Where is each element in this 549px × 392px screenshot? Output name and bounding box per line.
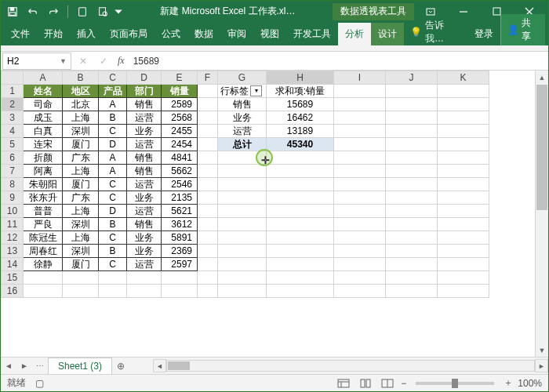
data-cell[interactable]: C [99, 258, 127, 271]
row-header[interactable]: 6 [2, 151, 24, 165]
data-cell[interactable]: 厦门 [63, 258, 99, 271]
row-header[interactable]: 3 [2, 111, 24, 125]
select-all[interactable] [2, 71, 24, 85]
add-sheet-button[interactable]: ⊕ [112, 361, 129, 372]
empty-cell[interactable] [99, 285, 127, 298]
row-header[interactable]: 14 [2, 258, 24, 271]
name-box[interactable]: H2▼ [2, 53, 71, 70]
cancel-formula-icon[interactable]: ✕ [73, 53, 93, 70]
data-cell[interactable]: 4841 [162, 151, 198, 165]
data-cell[interactable]: 厦门 [63, 178, 99, 191]
col-header[interactable]: A [24, 71, 63, 85]
data-cell[interactable]: C [99, 125, 127, 138]
pivot-row-label[interactable]: 业务 [218, 111, 267, 125]
data-cell[interactable]: 2454 [162, 138, 198, 151]
empty-cell[interactable] [198, 245, 218, 258]
chevron-down-icon[interactable]: ▼ [60, 57, 67, 65]
macro-record-icon[interactable]: ▢ [35, 378, 44, 389]
empty-cell[interactable] [24, 285, 63, 298]
pivot-total-label[interactable]: 总计 [218, 138, 267, 151]
data-cell[interactable]: 2369 [162, 245, 198, 258]
pivot-row-label[interactable]: 运营 [218, 125, 267, 138]
data-cell[interactable]: 业务 [127, 125, 162, 138]
data-cell[interactable]: 阿离 [24, 165, 63, 178]
pivot-total-value[interactable]: 45340 [267, 138, 334, 151]
data-cell[interactable]: D [99, 205, 127, 218]
col-header[interactable]: C [99, 71, 127, 85]
empty-cell[interactable] [267, 258, 334, 271]
empty-cell[interactable] [24, 271, 63, 285]
undo-icon[interactable] [24, 2, 42, 21]
empty-cell[interactable] [218, 191, 267, 205]
scroll-up-icon[interactable]: ▲ [536, 71, 548, 84]
empty-cell[interactable] [218, 151, 267, 165]
empty-cell[interactable] [63, 271, 99, 285]
empty-cell[interactable] [198, 218, 218, 231]
empty-cell[interactable] [218, 205, 267, 218]
row-header[interactable]: 4 [2, 125, 24, 138]
data-cell[interactable]: 运营 [127, 138, 162, 151]
zoom-out-button[interactable]: − [401, 378, 406, 389]
data-cell[interactable]: 2568 [162, 111, 198, 125]
empty-cell[interactable] [127, 271, 162, 285]
col-header[interactable]: K [438, 71, 489, 85]
data-cell[interactable]: 运营 [127, 258, 162, 271]
formula-input[interactable] [129, 53, 548, 70]
data-cell[interactable]: 2546 [162, 178, 198, 191]
empty-cell[interactable] [127, 285, 162, 298]
data-cell[interactable]: 上海 [63, 231, 99, 245]
data-cell[interactable]: B [99, 218, 127, 231]
row-header[interactable]: 5 [2, 138, 24, 151]
zoom-in-button[interactable]: ＋ [504, 376, 513, 390]
row-header[interactable]: 15 [2, 271, 24, 285]
data-cell[interactable]: A [99, 151, 127, 165]
tab-nav-more[interactable]: ⋯ [32, 361, 48, 370]
tell-me[interactable]: 💡告诉我… [404, 19, 467, 45]
tab-review[interactable]: 审阅 [220, 23, 253, 45]
empty-cell[interactable] [218, 258, 267, 271]
scroll-left-icon[interactable]: ◄ [153, 359, 166, 372]
sheet-tab[interactable]: Sheet1 (3) [48, 358, 112, 374]
data-header[interactable]: 部门 [127, 85, 162, 98]
row-header[interactable]: 10 [2, 205, 24, 218]
data-cell[interactable]: 连宋 [24, 138, 63, 151]
zoom-level[interactable]: 100% [518, 378, 542, 389]
data-cell[interactable]: 3612 [162, 218, 198, 231]
empty-cell[interactable] [218, 285, 267, 298]
data-cell[interactable]: A [99, 98, 127, 111]
data-cell[interactable]: D [99, 138, 127, 151]
empty-cell[interactable] [198, 111, 218, 125]
data-cell[interactable]: 销售 [127, 98, 162, 111]
data-header[interactable]: 姓名 [24, 85, 63, 98]
pivot-value-cell[interactable]: 16462 [267, 111, 334, 125]
data-cell[interactable]: 陈冠生 [24, 231, 63, 245]
tab-nav-next[interactable]: ► [16, 361, 32, 370]
data-cell[interactable]: 白真 [24, 125, 63, 138]
data-cell[interactable]: B [99, 111, 127, 125]
view-pagelayout-icon[interactable] [357, 377, 374, 390]
tab-home[interactable]: 开始 [37, 23, 70, 45]
data-cell[interactable]: 业务 [127, 245, 162, 258]
empty-cell[interactable] [162, 285, 198, 298]
pivot-value-header[interactable]: 求和项:销量 [267, 85, 334, 98]
col-header[interactable]: J [386, 71, 438, 85]
data-cell[interactable]: 运营 [127, 111, 162, 125]
empty-cell[interactable] [198, 125, 218, 138]
row-header[interactable]: 1 [2, 85, 24, 98]
tab-insert[interactable]: 插入 [70, 23, 103, 45]
data-cell[interactable]: 普普 [24, 205, 63, 218]
data-cell[interactable]: B [99, 245, 127, 258]
row-header[interactable]: 7 [2, 165, 24, 178]
sheet-grid[interactable]: ABCDEFGHIJK1姓名地区产品部门销量行标签▾求和项:销量2司命北京A销售… [1, 71, 535, 357]
scroll-down-icon[interactable]: ▼ [536, 343, 548, 357]
data-cell[interactable]: 5621 [162, 205, 198, 218]
empty-cell[interactable] [267, 231, 334, 245]
empty-cell[interactable] [267, 178, 334, 191]
data-cell[interactable]: 运营 [127, 205, 162, 218]
empty-cell[interactable] [198, 191, 218, 205]
row-header[interactable]: 2 [2, 98, 24, 111]
pivot-value-cell[interactable]: 13189 [267, 125, 334, 138]
empty-cell[interactable] [162, 271, 198, 285]
empty-cell[interactable] [218, 165, 267, 178]
empty-cell[interactable] [218, 218, 267, 231]
